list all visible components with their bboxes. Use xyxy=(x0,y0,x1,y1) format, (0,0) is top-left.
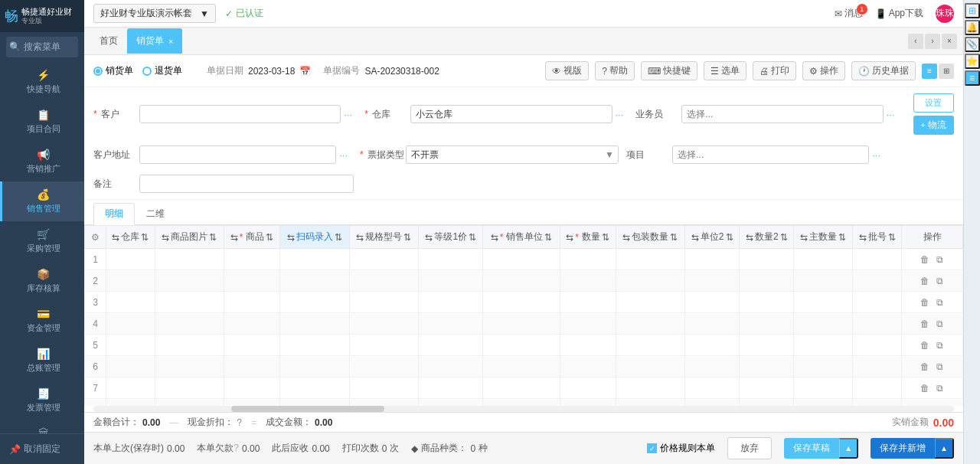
operations-button[interactable]: ⚙ 操作 xyxy=(802,61,845,80)
th-price1[interactable]: ⇆等级1价⇅ xyxy=(419,226,483,249)
right-panel-btn-1[interactable]: ⊞ xyxy=(965,3,980,18)
th-pack-qty[interactable]: ⇆包装数量⇅ xyxy=(616,226,684,249)
table-wrap[interactable]: ⚙ ⇆仓库⇅ ⇆商品图片⇅ ⇆*商品⇅ ⇆扫码录入⇅ xyxy=(84,225,963,406)
sidebar-item-inventory[interactable]: 📦 库存核算 xyxy=(0,261,84,301)
invoice-type-select[interactable]: 不开票 xyxy=(406,145,619,164)
row-copy-button[interactable]: ⧉ xyxy=(934,382,946,394)
row-copy-button[interactable]: ⧉ xyxy=(934,275,946,287)
th-sales-unit[interactable]: ⇆*销售单位⇅ xyxy=(483,226,560,249)
cell-qty2[interactable] xyxy=(740,249,794,270)
address-dots-button[interactable]: ··· xyxy=(339,149,348,161)
warehouse-dots-button[interactable]: ··· xyxy=(616,109,624,120)
cell-price1[interactable] xyxy=(419,249,483,270)
view-mode-grid[interactable]: ⊞ xyxy=(939,64,954,79)
cell-unit2[interactable] xyxy=(685,249,740,270)
right-panel-btn-2[interactable]: 🔔 xyxy=(965,20,980,35)
sidebar-item-purchase[interactable]: 🛒 采购管理 xyxy=(0,221,84,261)
horizontal-scrollbar[interactable] xyxy=(93,406,954,412)
sidebar-item-marketing[interactable]: 📢 营销推广 xyxy=(0,142,84,181)
row-delete-button[interactable]: 🗑 xyxy=(919,382,931,394)
sidebar-item-project[interactable]: 📋 项目合同 xyxy=(0,102,84,142)
th-gear[interactable]: ⚙ xyxy=(85,226,106,249)
row-delete-button[interactable]: 🗑 xyxy=(919,275,931,287)
bill-date-value[interactable]: 2023-03-18 xyxy=(248,66,295,77)
print-button[interactable]: 🖨 打印 xyxy=(753,61,796,80)
row-copy-button[interactable]: ⧉ xyxy=(934,253,946,266)
view-button[interactable]: 👁 视版 xyxy=(545,61,589,80)
row-copy-button[interactable]: ⧉ xyxy=(934,339,946,351)
sidebar-item-quick-nav[interactable]: ⚡ 快捷导航 xyxy=(0,62,84,102)
warehouse-input[interactable] xyxy=(410,105,612,123)
note-input[interactable] xyxy=(139,175,354,193)
search-menu-button[interactable]: 🔍 搜索菜单 xyxy=(6,37,78,57)
cell-barcode[interactable] xyxy=(280,249,349,270)
cancel-fixed-button[interactable]: 📌 取消固定 xyxy=(6,439,78,459)
add-logistics-button[interactable]: + 物流 xyxy=(913,116,954,135)
view-mode-list[interactable]: ≡ xyxy=(922,64,937,79)
scrollbar-thumb[interactable] xyxy=(231,406,384,412)
th-main-qty[interactable]: ⇆主数量⇅ xyxy=(794,226,853,249)
cell-warehouse[interactable] xyxy=(106,249,155,270)
th-batch[interactable]: ⇆批号⇅ xyxy=(853,226,902,249)
app-download-button[interactable]: 📱 App下载 xyxy=(875,7,923,20)
history-button[interactable]: 🕐 历史单据 xyxy=(851,61,916,80)
row-delete-button[interactable]: 🗑 xyxy=(919,296,931,309)
th-product-image[interactable]: ⇆商品图片⇅ xyxy=(155,226,224,249)
right-panel-btn-4[interactable]: ⭐ xyxy=(965,54,980,69)
sidebar-item-invoice[interactable]: 🧾 发票管理 xyxy=(0,381,84,420)
row-copy-button[interactable]: ⧉ xyxy=(934,296,946,309)
help-button[interactable]: ? 帮助 xyxy=(595,61,635,80)
row-delete-button[interactable]: 🗑 xyxy=(919,361,931,373)
customer-dots-button[interactable]: ··· xyxy=(344,109,352,120)
bill-no-value[interactable]: SA-20230318-002 xyxy=(364,66,439,77)
row-copy-button[interactable]: ⧉ xyxy=(934,361,946,373)
radio-sales-order[interactable]: 销货单 xyxy=(93,64,133,77)
th-product[interactable]: ⇆*商品⇅ xyxy=(224,226,279,249)
tab-next-button[interactable]: › xyxy=(925,34,940,49)
user-avatar-button[interactable]: 珠珠 xyxy=(936,5,954,23)
tab-close-button[interactable]: × xyxy=(168,37,173,46)
tab-2d[interactable]: 二维 xyxy=(135,203,176,224)
gear-icon[interactable]: ⚙ xyxy=(91,232,100,243)
project-dots-button[interactable]: ··· xyxy=(872,149,880,161)
salesperson-input[interactable] xyxy=(681,105,883,123)
help-icon[interactable]: ? xyxy=(234,443,239,453)
set-button[interactable]: 设置 xyxy=(913,93,954,113)
discount-help-icon[interactable]: ? xyxy=(237,417,242,428)
customer-input[interactable] xyxy=(139,105,341,123)
cell-batch[interactable] xyxy=(853,249,902,270)
th-quantity[interactable]: ⇆*数量⇅ xyxy=(560,226,616,249)
company-selector[interactable]: 好业财专业版演示帐套 ▼ xyxy=(93,4,216,23)
cell-spec[interactable] xyxy=(349,249,418,270)
sidebar-item-tax[interactable]: 🏛 税务管理 xyxy=(0,420,84,433)
cell-product-image[interactable] xyxy=(155,249,224,270)
tab-close-all-button[interactable]: × xyxy=(942,34,957,49)
sidebar-item-sales[interactable]: 💰 销售管理 xyxy=(0,181,84,221)
cell-main-qty[interactable] xyxy=(794,249,853,270)
th-spec[interactable]: ⇆规格型号⇅ xyxy=(349,226,418,249)
row-copy-button[interactable]: ⧉ xyxy=(934,318,946,330)
row-delete-button[interactable]: 🗑 xyxy=(919,318,931,330)
abandon-button[interactable]: 放弃 xyxy=(727,437,772,459)
save-new-button[interactable]: 保存并新增 xyxy=(871,438,935,459)
save-draft-button[interactable]: 保存草稿 xyxy=(784,438,839,459)
message-button[interactable]: ✉ 1 消息 xyxy=(835,7,863,20)
select-button[interactable]: ☰ 选单 xyxy=(704,61,746,80)
right-panel-btn-5[interactable]: ≡ xyxy=(965,70,980,86)
th-qty2[interactable]: ⇆数量2⇅ xyxy=(740,226,794,249)
project-input[interactable] xyxy=(672,145,869,164)
cell-sales-unit[interactable] xyxy=(483,249,560,270)
customer-address-input[interactable] xyxy=(139,145,336,164)
cell-product[interactable] xyxy=(224,249,279,270)
radio-return-order[interactable]: 退货单 xyxy=(142,64,182,77)
tab-sales-order[interactable]: 销货单 × xyxy=(127,28,182,54)
th-barcode-entry[interactable]: ⇆扫码录入⇅ xyxy=(280,226,349,249)
shortcuts-button[interactable]: ⌨ 快捷键 xyxy=(641,61,697,80)
th-warehouse[interactable]: ⇆仓库⇅ xyxy=(106,226,155,249)
save-new-arrow-button[interactable]: ▲ xyxy=(935,438,954,459)
sidebar-item-accounting[interactable]: 📊 总账管理 xyxy=(0,341,84,381)
row-delete-button[interactable]: 🗑 xyxy=(919,339,931,351)
cell-pack-qty[interactable] xyxy=(616,249,684,270)
sidebar-item-capital[interactable]: 💳 资金管理 xyxy=(0,301,84,341)
calendar-icon[interactable]: 📅 xyxy=(299,66,311,77)
